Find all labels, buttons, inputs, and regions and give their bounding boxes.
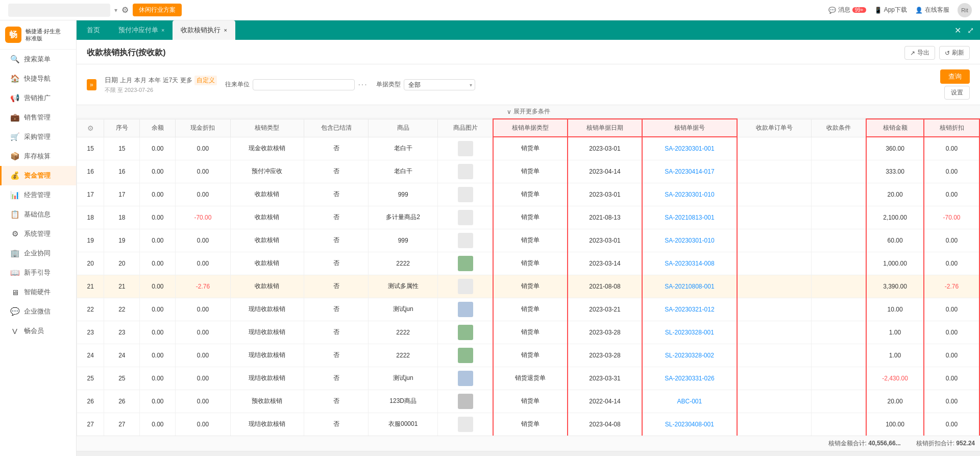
expand-more-bar[interactable]: ∨ 展开更多条件 — [77, 105, 980, 118]
app-download-btn[interactable]: 📱 App下载 — [874, 6, 907, 14]
cell-seq: 25 — [104, 367, 140, 390]
cell-verify_bill_no[interactable]: SL-20230408-001 — [642, 413, 737, 436]
tab-close-1[interactable]: × — [161, 27, 164, 33]
cell-verify_amount: 20.00 — [866, 183, 924, 206]
sidebar-item-hardware[interactable]: 🖥智能硬件 — [0, 282, 76, 302]
cell-verify_bill_no[interactable]: SA-20230314-008 — [642, 252, 737, 275]
industry-btn[interactable]: 休闲行业方案 — [133, 4, 182, 16]
cell-verify_bill_no[interactable]: SA-20230301-010 — [642, 229, 737, 252]
query-btn[interactable]: 查询 — [940, 69, 970, 84]
cell-verify_bill_no[interactable]: SL-20230328-002 — [642, 344, 737, 367]
close-window-btn[interactable]: ✕ — [952, 23, 963, 37]
cell-verify_bill_no[interactable]: SA-20230301-001 — [642, 137, 737, 160]
cell-verify_discount: 0.00 — [924, 321, 979, 344]
export-btn[interactable]: ↗ 导出 — [904, 46, 935, 60]
page-header: 收款核销执行(按收款) ↗ 导出 ↺ 刷新 — [77, 40, 980, 64]
cell-include_settled: 否 — [304, 206, 369, 229]
product-image — [458, 417, 473, 432]
sidebar-item-system[interactable]: ⚙系统管理 — [0, 224, 76, 244]
cell-receipt_order_no — [737, 206, 811, 229]
horizontal-scroll-bar[interactable] — [77, 451, 980, 456]
date-last-month[interactable]: 上月 — [120, 76, 132, 85]
sidebar-item-search[interactable]: 🔍搜索菜单 — [0, 50, 76, 69]
tab-label-1: 预付冲应付单 — [118, 26, 158, 35]
cell-verify_bill_date: 2023-03-28 — [568, 321, 642, 344]
cell-verify_bill_no[interactable]: ABC-001 — [642, 390, 737, 413]
cell-verify_discount: 0.00 — [924, 160, 979, 183]
cell-verify_discount: -70.00 — [924, 206, 979, 229]
product-image — [458, 141, 473, 156]
filter-expand-btn[interactable]: » — [87, 79, 96, 90]
sidebar-item-finance[interactable]: 💰资金管理 — [0, 166, 76, 185]
tab-close-2[interactable]: × — [224, 27, 227, 33]
cell-verify_bill_no[interactable]: SA-20210808-001 — [642, 275, 737, 298]
maximize-btn[interactable]: ⤢ — [965, 23, 976, 37]
sidebar-item-inventory[interactable]: 📦库存核算 — [0, 147, 76, 166]
settings-btn[interactable]: 设置 — [944, 86, 970, 100]
receipt-type-select[interactable]: 全部 销货单 销货退货单 预收款核销 — [404, 79, 475, 90]
cell-verify_bill_no[interactable]: SA-20230414-017 — [642, 160, 737, 183]
sidebar-item-quicknav[interactable]: 🏠快捷导航 — [0, 69, 76, 88]
sidebar-item-enterprise[interactable]: 🏢企业协同 — [0, 244, 76, 263]
receipt-type-label: 单据类型 — [376, 80, 401, 89]
cell-seq: 27 — [77, 413, 104, 436]
sidebar-item-purchase[interactable]: 🛒采购管理 — [0, 127, 76, 147]
cell-include_settled: 否 — [304, 252, 369, 275]
sidebar: 畅畅捷通·好生意标准版🔍搜索菜单🏠快捷导航📢营销推广💼销售管理🛒采购管理📦库存核… — [0, 20, 77, 456]
cell-verify_bill_no[interactable]: SA-20230301-010 — [642, 183, 737, 206]
sidebar-item-guide[interactable]: 📖新手引导 — [0, 263, 76, 282]
cell-product_img — [438, 344, 493, 367]
cell-receipt_condition — [811, 252, 866, 275]
cell-balance: 0.00 — [140, 367, 176, 390]
cell-verify_bill_no[interactable]: SA-20230321-012 — [642, 298, 737, 321]
message-btn[interactable]: 💬 消息 99+ — [828, 6, 866, 14]
table-settings-icon[interactable]: ⚙ — [87, 124, 94, 132]
sidebar-item-member[interactable]: V畅会员 — [0, 321, 76, 341]
sidebar-item-sales[interactable]: 💼销售管理 — [0, 108, 76, 127]
sidebar-item-wechat[interactable]: 💬企业微信 — [0, 302, 76, 321]
sidebar-item-operation[interactable]: 📊经营管理 — [0, 185, 76, 205]
gear-icon[interactable]: ⚙ — [121, 5, 129, 15]
date-this-month[interactable]: 本月 — [134, 76, 146, 85]
tab-2[interactable]: 收款核销执行× — [173, 20, 235, 40]
table-wrapper[interactable]: ⚙序号余额现金折扣核销类型包含已结清商品商品图片核销单据类型核销单据日期核销单据… — [77, 118, 980, 436]
cell-verify_discount: -2.76 — [924, 275, 979, 298]
counterpart-input[interactable] — [253, 79, 355, 90]
sidebar-label-member: 畅会员 — [24, 326, 44, 335]
sidebar-item-marketing[interactable]: 📢营销推广 — [0, 88, 76, 108]
col-header-verify_type: 核销类型 — [230, 119, 304, 137]
sidebar-label-system: 系统管理 — [24, 229, 51, 238]
date-more[interactable]: 更多 — [180, 76, 192, 85]
cell-verify_discount: 0.00 — [924, 367, 979, 390]
cell-verify_bill_type: 销货单 — [493, 321, 568, 344]
marketing-icon: 📢 — [10, 93, 20, 103]
cell-product_img — [438, 390, 493, 413]
user-avatar[interactable]: Rit — [958, 3, 972, 17]
refresh-btn[interactable]: ↺ 刷新 — [939, 46, 970, 60]
cell-verify_discount: 0.00 — [924, 137, 979, 160]
cell-verify_bill_no[interactable]: SL-20230328-001 — [642, 321, 737, 344]
cell-verify_type: 收款核销 — [230, 252, 304, 275]
date-custom[interactable]: 自定义 — [194, 76, 217, 85]
date-7-days[interactable]: 近7天 — [163, 76, 179, 85]
cell-receipt_order_no — [737, 183, 811, 206]
tab-0[interactable]: 首页 — [77, 20, 110, 40]
table-row: 21210.00-2.76收款核销否测试多属性销货单2021-08-08SA-2… — [77, 275, 980, 298]
cell-seq: 26 — [104, 390, 140, 413]
cell-receipt_condition — [811, 298, 866, 321]
cell-verify_bill_date: 2022-04-14 — [568, 390, 642, 413]
message-icon: 💬 — [828, 7, 836, 14]
cell-verify_bill_no[interactable]: SA-20230331-026 — [642, 367, 737, 390]
cell-seq: 21 — [104, 275, 140, 298]
col-header-verify_bill_no: 核销单据号 — [642, 119, 737, 137]
col-header-verify_discount: 核销折扣 — [924, 119, 979, 137]
receipt-type-select-wrapper: 全部 销货单 销货退货单 预收款核销 ▾ — [404, 79, 475, 90]
top-search-area[interactable] — [8, 4, 110, 17]
date-this-year[interactable]: 本年 — [149, 76, 161, 85]
cell-verify_amount: 60.00 — [866, 229, 924, 252]
tab-1[interactable]: 预付冲应付单× — [110, 20, 173, 40]
cell-verify_bill_no[interactable]: SA-20210813-001 — [642, 206, 737, 229]
online-service-btn[interactable]: 👤 在线客服 — [915, 6, 949, 14]
sidebar-item-basic[interactable]: 📋基础信息 — [0, 205, 76, 224]
counterpart-dots[interactable]: ··· — [358, 80, 368, 89]
